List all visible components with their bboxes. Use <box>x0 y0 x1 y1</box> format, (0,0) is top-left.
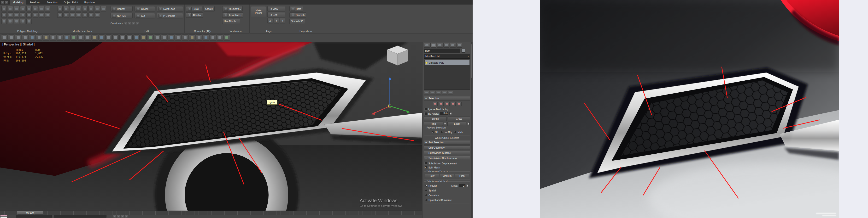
hierarchy-tab-icon[interactable] <box>437 43 443 48</box>
quick-access-icon[interactable] <box>1 1 4 4</box>
preset-high-button[interactable]: High <box>455 174 469 178</box>
section-label-edit[interactable]: Edit <box>111 29 183 34</box>
modify-selection-icon[interactable] <box>89 12 94 18</box>
modify-selection-icon[interactable] <box>89 6 94 11</box>
preview-off-radio[interactable]: Off <box>432 130 438 134</box>
toolbar-icon[interactable] <box>168 34 174 41</box>
ribbon-tab-object-paint[interactable]: Object Paint <box>61 0 81 5</box>
toolbar-icon[interactable] <box>8 34 14 41</box>
modify-selection-icon[interactable] <box>70 6 75 11</box>
ring-button[interactable]: Ring <box>424 121 443 126</box>
toolbar-icon[interactable] <box>22 34 28 41</box>
status-bar-icon[interactable] <box>117 215 120 218</box>
utilities-tab-icon[interactable] <box>456 43 462 48</box>
modify-selection-icon[interactable] <box>101 6 106 11</box>
grow-button[interactable]: Grow <box>448 116 470 121</box>
configure-modifier-sets-icon[interactable] <box>448 91 453 95</box>
attach-button[interactable]: Attach <box>186 12 203 18</box>
timeline-track[interactable]: 0 / 100 <box>0 211 422 215</box>
display-tab-icon[interactable] <box>450 43 456 48</box>
rollout-edit-geometry[interactable]: +Edit Geometry <box>424 145 470 150</box>
toolbar-icon[interactable] <box>98 34 105 41</box>
polygon-modeling-icon[interactable] <box>26 6 32 11</box>
polygon-modeling-icon[interactable] <box>33 12 38 18</box>
smooth-30-button[interactable]: Smooth 30 <box>289 19 305 24</box>
constraint-icon[interactable] <box>136 22 139 25</box>
object-name-field[interactable] <box>424 48 460 53</box>
constraint-icon[interactable] <box>132 22 135 25</box>
spinner-icon[interactable] <box>466 184 469 187</box>
status-bar-icon[interactable] <box>113 215 116 218</box>
preview-subobj-radio[interactable]: SubObj <box>440 130 452 134</box>
polygon-modeling-icon[interactable] <box>1 12 7 18</box>
polygon-modeling-icon[interactable] <box>1 6 7 11</box>
create-tab-icon[interactable] <box>424 43 430 48</box>
polygon-modeling-icon[interactable] <box>20 12 25 18</box>
toolbar-icon[interactable] <box>189 34 195 41</box>
to-grid-button[interactable]: To Grid <box>267 12 285 17</box>
toolbar-icon[interactable] <box>147 34 153 41</box>
modify-selection-icon[interactable] <box>70 12 75 18</box>
polygon-modeling-icon[interactable] <box>45 12 50 18</box>
ribbon-tab-freeform[interactable]: Freeform <box>27 0 43 5</box>
border-icon[interactable] <box>445 102 450 106</box>
make-unique-icon[interactable] <box>436 91 441 95</box>
toolbar-icon[interactable] <box>133 34 140 41</box>
steps-value[interactable]: 2 <box>459 184 465 187</box>
swift-loop-button[interactable]: Swift Loop <box>157 6 183 11</box>
polygon-modeling-icon[interactable] <box>20 6 25 11</box>
toolbar-icon[interactable] <box>210 34 216 41</box>
polygon-icon[interactable] <box>451 102 456 106</box>
toolbar-icon[interactable] <box>64 34 70 41</box>
toolbar-icon[interactable] <box>71 34 77 41</box>
object-color-swatch[interactable] <box>462 49 465 52</box>
toolbar-icon[interactable] <box>154 34 160 41</box>
stack-item-editable-poly[interactable]: Editable Poly <box>425 60 469 65</box>
ignore-backfacing-checkbox[interactable]: Ignore Backfacing <box>425 107 470 111</box>
polygon-modeling-icon[interactable] <box>26 12 32 18</box>
constraint-icon[interactable] <box>128 22 131 25</box>
toolbar-icon[interactable] <box>175 34 181 41</box>
modify-selection-icon[interactable] <box>95 12 100 18</box>
rollout-subdivision-displacement[interactable]: −Subdivision Displacement <box>424 156 470 160</box>
polygon-modeling-icon[interactable] <box>8 12 13 18</box>
nurms-button[interactable]: NURMS <box>111 13 133 19</box>
modify-selection-icon[interactable] <box>57 12 63 18</box>
view-cube[interactable] <box>387 46 408 65</box>
toolbar-icon[interactable] <box>161 34 167 41</box>
toolbar-icon[interactable] <box>36 34 42 41</box>
section-label-align[interactable]: Align <box>251 29 286 34</box>
subdivision-displacement-checkbox[interactable]: Subdivision Displacement <box>425 161 470 166</box>
motion-tab-icon[interactable] <box>443 43 450 48</box>
toolbar-icon[interactable] <box>43 34 49 41</box>
preset-medium-button[interactable]: Medium <box>440 174 454 178</box>
modify-selection-icon[interactable] <box>82 6 88 11</box>
split-mesh-checkbox[interactable]: Split Mesh <box>425 166 470 170</box>
preview-multi-radio[interactable]: Multi <box>454 130 463 134</box>
perspective-viewport[interactable]: [ Perspective ] [ Shaded ] Total gumPoly… <box>0 42 422 211</box>
create-button[interactable]: Create <box>204 6 215 11</box>
preset-low-button[interactable]: Low <box>425 174 439 178</box>
spinner-icon[interactable] <box>467 122 470 125</box>
toolbar-icon[interactable] <box>224 34 230 41</box>
toolbar-icon[interactable] <box>15 34 21 41</box>
section-label-properties[interactable]: Properties <box>289 29 322 34</box>
shrink-button[interactable]: Shrink <box>424 116 447 121</box>
polygon-modeling-icon[interactable] <box>1 19 7 24</box>
modify-selection-icon[interactable] <box>95 6 100 11</box>
method-spatial-radio[interactable]: Spatial <box>425 189 469 192</box>
by-angle-checkbox[interactable]: By Angle: <box>425 111 439 116</box>
status-bar-icon[interactable] <box>121 215 124 218</box>
use-displacement-button[interactable]: Use Displa... <box>222 19 240 24</box>
toolbar-icon[interactable] <box>196 34 202 41</box>
polygon-modeling-icon[interactable] <box>14 12 19 18</box>
polygon-modeling-icon[interactable] <box>14 19 19 24</box>
toolbar-icon[interactable] <box>140 34 147 41</box>
cut-button[interactable]: Cut <box>134 13 155 19</box>
p-connect-button[interactable]: P Connect <box>157 13 183 19</box>
msmooth-button[interactable]: MSmooth <box>222 6 243 11</box>
spinner-icon[interactable] <box>450 112 452 115</box>
method-spatial-curvature-radio[interactable]: Spatial and Curvature <box>425 198 469 202</box>
toolbar-icon[interactable] <box>92 34 98 41</box>
toolbar-icon[interactable] <box>85 34 91 41</box>
